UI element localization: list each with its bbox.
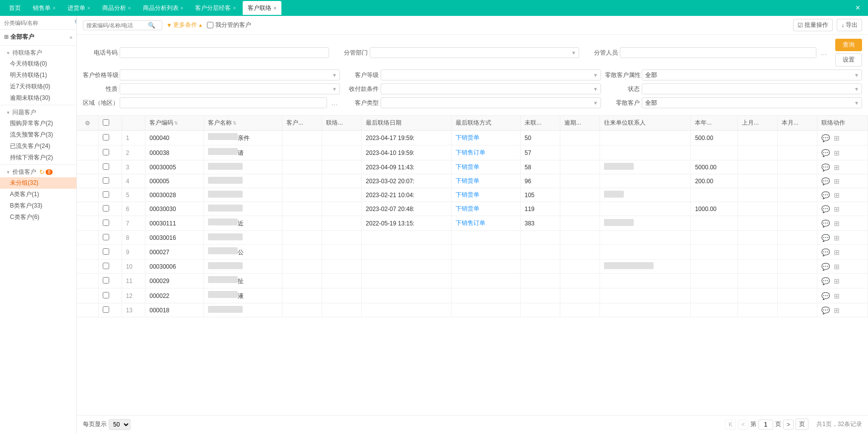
- region-input[interactable]: [120, 97, 327, 108]
- last-contact-method[interactable]: 下销售订单: [456, 149, 485, 156]
- grid-action-icon[interactable]: ⊞: [834, 306, 840, 314]
- comment-icon[interactable]: 💬: [821, 177, 830, 185]
- phone-input[interactable]: [120, 47, 329, 58]
- sidebar-search-input[interactable]: [4, 20, 72, 26]
- dept-select[interactable]: [370, 47, 579, 58]
- current-page-input[interactable]: [758, 420, 773, 430]
- last-contact-method[interactable]: 下销售订单: [456, 219, 485, 226]
- comment-icon[interactable]: 💬: [821, 149, 830, 157]
- last-contact-method[interactable]: 下销货单: [456, 205, 479, 212]
- grid-action-icon[interactable]: ⊞: [834, 277, 840, 285]
- row-checkbox[interactable]: [103, 149, 109, 155]
- customer-level-select[interactable]: [381, 70, 601, 80]
- grid-action-icon[interactable]: ⊞: [834, 134, 840, 142]
- comment-icon[interactable]: 💬: [821, 292, 830, 300]
- row-checkbox[interactable]: [103, 191, 109, 198]
- staff-dots-icon[interactable]: …: [818, 49, 829, 57]
- grid-action-icon[interactable]: ⊞: [834, 205, 840, 213]
- last-contact-method[interactable]: 下销货单: [456, 191, 479, 198]
- retail-attr-select[interactable]: 全部: [642, 70, 862, 80]
- tab-product-analysis[interactable]: 商品分析 ×: [97, 1, 136, 15]
- last-contact-method[interactable]: 下销货单: [456, 177, 479, 184]
- tab-customer-contact[interactable]: 客户联络 ×: [243, 1, 281, 15]
- nature-select[interactable]: [120, 83, 340, 94]
- region-dots-icon[interactable]: …: [329, 99, 340, 107]
- comment-icon[interactable]: 💬: [821, 205, 830, 213]
- col-gear[interactable]: ⚙: [77, 116, 98, 131]
- sidebar-item-ungrouped[interactable]: 未分组(32): [0, 177, 76, 189]
- retail-customer-select[interactable]: 全部: [642, 97, 862, 108]
- select-all-checkbox[interactable]: [103, 119, 109, 126]
- price-level-select[interactable]: [120, 70, 340, 80]
- grid-action-icon[interactable]: ⊞: [834, 149, 840, 157]
- reset-button[interactable]: 设置: [835, 53, 862, 67]
- grid-action-icon[interactable]: ⊞: [834, 248, 840, 256]
- filter-more-btn[interactable]: ▼ 更多条件 ▲: [166, 21, 203, 29]
- batch-op-button[interactable]: ☑ 批量操作: [793, 19, 833, 31]
- sidebar-item-class-a[interactable]: A类客户(1): [0, 189, 76, 200]
- sidebar-group-value[interactable]: ▼ 价值客户 ↻ 8: [0, 166, 76, 177]
- tab-customer-tier[interactable]: 客户分层经客 ×: [190, 1, 241, 15]
- sidebar-item-churned[interactable]: 已流失客户(24): [0, 141, 76, 152]
- row-checkbox[interactable]: [103, 263, 109, 269]
- export-button[interactable]: ↓ 导出: [837, 19, 862, 31]
- last-contact-method[interactable]: 下销货单: [456, 134, 479, 141]
- grid-action-icon[interactable]: ⊞: [834, 219, 840, 227]
- sidebar-item-class-b[interactable]: B类客户(33): [0, 200, 76, 212]
- tab-sales[interactable]: 销售单 ×: [28, 1, 61, 15]
- close-product-analysis-icon[interactable]: ×: [128, 5, 131, 11]
- grid-action-icon[interactable]: ⊞: [834, 163, 840, 171]
- first-page-button[interactable]: K: [725, 420, 736, 430]
- comment-icon[interactable]: 💬: [821, 219, 830, 227]
- staff-input[interactable]: [620, 47, 816, 58]
- comment-icon[interactable]: 💬: [821, 234, 830, 242]
- next-page-button[interactable]: >: [783, 420, 794, 430]
- row-checkbox[interactable]: [103, 292, 109, 298]
- close-sales-icon[interactable]: ×: [53, 5, 56, 11]
- sidebar-item-class-c[interactable]: C类客户(6): [0, 212, 76, 223]
- grid-action-icon[interactable]: ⊞: [834, 191, 840, 199]
- row-checkbox[interactable]: [103, 277, 109, 284]
- filter-search-input[interactable]: [86, 22, 146, 28]
- row-checkbox[interactable]: [103, 134, 109, 141]
- col-code[interactable]: 客户编码 ⇅: [145, 116, 204, 131]
- last-page-button[interactable]: 页: [796, 419, 808, 430]
- close-customer-contact-icon[interactable]: ×: [273, 5, 276, 11]
- close-product-analysis-list-icon[interactable]: ×: [181, 5, 184, 11]
- status-select[interactable]: [642, 83, 862, 94]
- comment-icon[interactable]: 💬: [821, 248, 830, 256]
- filter-search-icon[interactable]: 🔍: [148, 22, 155, 29]
- comment-icon[interactable]: 💬: [821, 163, 830, 171]
- row-checkbox[interactable]: [103, 219, 109, 226]
- col-name[interactable]: 客户名称 ⇅: [203, 116, 282, 131]
- row-checkbox[interactable]: [103, 163, 109, 170]
- grid-action-icon[interactable]: ⊞: [834, 292, 840, 300]
- sidebar-item-overdue[interactable]: 逾期未联络(30): [0, 92, 76, 104]
- page-size-select[interactable]: 50: [109, 419, 131, 430]
- prev-page-button[interactable]: <: [738, 420, 748, 430]
- comment-icon[interactable]: 💬: [821, 306, 830, 314]
- tab-product-analysis-list[interactable]: 商品分析列表 ×: [138, 1, 189, 15]
- comment-icon[interactable]: 💬: [821, 191, 830, 199]
- last-contact-method[interactable]: 下销货单: [456, 163, 479, 170]
- payment-select[interactable]: [381, 83, 601, 94]
- sidebar-group-pending[interactable]: ▼ 待联络客户: [0, 47, 76, 58]
- tab-purchase[interactable]: 进货单 ×: [63, 1, 95, 15]
- sidebar-item-churn-warning[interactable]: 流失预警客户(3): [0, 129, 76, 141]
- row-checkbox[interactable]: [103, 177, 109, 184]
- grid-action-icon[interactable]: ⊞: [834, 234, 840, 242]
- comment-icon[interactable]: 💬: [821, 134, 830, 142]
- row-checkbox[interactable]: [103, 248, 109, 255]
- comment-icon[interactable]: 💬: [821, 263, 830, 271]
- sidebar-item-declining[interactable]: 持续下滑客户(2): [0, 152, 76, 163]
- grid-action-icon[interactable]: ⊞: [834, 177, 840, 185]
- my-customers-checkbox[interactable]: [207, 22, 213, 28]
- sidebar-collapse-btn[interactable]: «: [69, 34, 72, 40]
- grid-action-icon[interactable]: ⊞: [834, 263, 840, 271]
- refresh-icon[interactable]: ↻: [39, 168, 45, 176]
- window-close-button[interactable]: ×: [852, 3, 864, 12]
- sidebar-group-problem[interactable]: ▼ 问题客户: [0, 106, 76, 118]
- row-checkbox[interactable]: [103, 306, 109, 313]
- query-button[interactable]: 查询: [835, 39, 862, 51]
- sidebar-item-tomorrow[interactable]: 明天待联络(1): [0, 70, 76, 81]
